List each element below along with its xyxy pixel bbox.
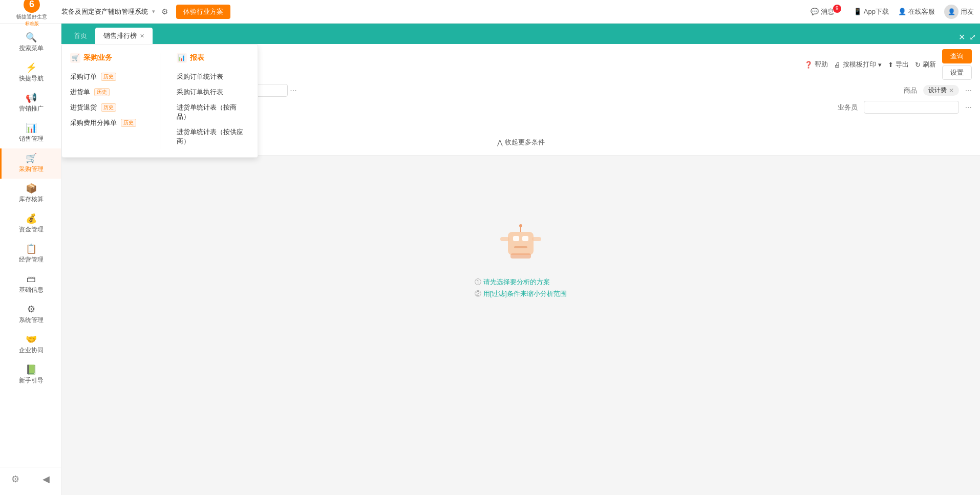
service-icon: 👤 <box>898 8 906 15</box>
logo-icon: 6 <box>24 0 40 13</box>
svg-rect-7 <box>500 237 509 241</box>
print-dropdown-icon[interactable]: ▾ <box>878 61 882 69</box>
sidebar-item-basic[interactable]: 🗃 基础信息 <box>0 269 61 299</box>
salesman-label: 业务员 <box>838 103 858 112</box>
salesman-input[interactable] <box>864 101 959 114</box>
refresh-btn[interactable]: ↻ 刷新 <box>915 60 936 69</box>
hist-badge-2: 历史 <box>101 103 116 112</box>
message-badge: 9 <box>833 5 841 13</box>
sidebar: 🔍 搜索菜单 ⚡ 快捷导航 📢 营销推广 📊 销售管理 🛒 采购管理 📦 库存核… <box>0 24 61 495</box>
print-btn[interactable]: 🖨 按模板打印 ▾ <box>834 60 882 69</box>
finance-icon: 💰 <box>26 214 37 223</box>
empty-svg <box>495 217 546 268</box>
dropdown-goods-return[interactable]: 进货退货 历史 <box>70 100 143 115</box>
corp-icon: 🤝 <box>26 335 37 344</box>
guide-icon: 📗 <box>26 365 37 374</box>
report-col-icon: 📊 <box>177 53 187 63</box>
dropdown-goods-in[interactable]: 进货单 历史 <box>70 84 143 100</box>
dropdown-goods-in-goods[interactable]: 进货单统计表（按商品） <box>177 100 250 124</box>
sidebar-item-system[interactable]: ⚙ 系统管理 <box>0 299 61 330</box>
sidebar-item-search[interactable]: 🔍 搜索菜单 <box>0 28 61 58</box>
empty-illustration <box>495 217 546 268</box>
empty-state: ① 请先选择要分析的方案 ② 用[过滤]条件来缩小分析范围 <box>61 156 980 360</box>
sidebar-item-nav[interactable]: ⚡ 快捷导航 <box>0 58 61 88</box>
logo-text: 畅捷通好生意 <box>16 13 47 20</box>
sidebar-item-purchase[interactable]: 🛒 采购管理 <box>0 148 61 179</box>
svg-rect-3 <box>514 246 527 248</box>
report-col: 📊 报表 采购订单统计表 采购订单执行表 进货单统计表（按商品） 进货单统计表（… <box>177 53 250 149</box>
main-content: 首页 销售排行榜 ✕ ✕ ⤢ ❓ 帮助 <box>61 24 980 495</box>
purchase-icon: 🛒 <box>26 154 37 163</box>
sidebar-item-operation[interactable]: 📋 经营管理 <box>0 239 61 269</box>
goods-tag: 设计费 ✕ <box>923 85 959 96</box>
export-icon: ⬆ <box>888 61 893 69</box>
topbar: 6 畅捷通好生意 标准版 装备及固定资产辅助管理系统 ▾ ⚙ 体验行业方案 💬 … <box>0 0 980 24</box>
sidebar-item-guide[interactable]: 📗 新手引导 <box>0 360 61 390</box>
system-icon: ⚙ <box>27 305 35 314</box>
topbar-right: 💬 消息 9 📱 App下载 👤 在线客服 👤 用友 <box>811 5 974 19</box>
topbar-settings-icon[interactable]: ⚙ <box>161 7 168 16</box>
operation-icon: 📋 <box>26 244 37 253</box>
sidebar-item-corp[interactable]: 🤝 企业协同 <box>0 330 61 360</box>
dropdown-purchase-order-exec[interactable]: 采购订单执行表 <box>177 84 250 100</box>
tab-sales-rank[interactable]: 销售排行榜 ✕ <box>95 28 153 44</box>
sales-icon: 📊 <box>26 123 37 133</box>
tab-home[interactable]: 首页 <box>66 28 95 44</box>
sidebar-item-sales[interactable]: 📊 销售管理 <box>0 118 61 148</box>
user-menu[interactable]: 👤 用友 <box>944 5 974 19</box>
goods-dots[interactable]: ··· <box>965 86 972 95</box>
refresh-icon: ↻ <box>915 61 921 69</box>
purchase-col-icon: 🛒 <box>70 53 80 63</box>
app-download-button[interactable]: 📱 App下载 <box>854 7 889 16</box>
tab-bar: 首页 销售排行榜 ✕ ✕ ⤢ <box>61 24 980 44</box>
svg-rect-2 <box>522 236 528 241</box>
sidebar-item-marketing[interactable]: 📢 营销推广 <box>0 88 61 118</box>
goods-label: 商品 <box>904 86 917 95</box>
help-btn[interactable]: ❓ 帮助 <box>804 60 828 69</box>
message-icon: 💬 <box>811 8 819 15</box>
dropdown-goods-in-supplier[interactable]: 进货单统计表（按供应商） <box>177 124 250 149</box>
basic-icon: 🗃 <box>27 274 36 284</box>
help-icon: ❓ <box>804 61 813 69</box>
message-button[interactable]: 💬 消息 9 <box>811 7 844 16</box>
sidebar-item-finance[interactable]: 💰 资金管理 <box>0 209 61 239</box>
salesman-dots[interactable]: ··· <box>965 103 972 112</box>
svg-rect-8 <box>532 237 541 241</box>
svg-point-5 <box>519 224 522 227</box>
inventory-icon: 📦 <box>26 184 37 193</box>
dropdown-purchase-order[interactable]: 采购订单 历史 <box>70 69 143 84</box>
dropdown-purchase-order-stat[interactable]: 采购订单统计表 <box>177 69 250 84</box>
print-icon: 🖨 <box>834 61 841 69</box>
sidebar-settings-btn[interactable]: ⚙ <box>9 471 22 487</box>
export-btn[interactable]: ⬆ 导出 <box>888 60 909 69</box>
industry-button[interactable]: 体验行业方案 <box>176 5 230 19</box>
purchase-col: 🛒 采购业务 采购订单 历史 进货单 历史 进货退货 历史 <box>70 53 143 149</box>
settings-button[interactable]: 设置 <box>942 66 972 80</box>
svg-rect-6 <box>510 253 531 259</box>
doc-status-dots[interactable]: ··· <box>290 86 296 95</box>
query-button[interactable]: 查询 <box>942 49 972 63</box>
user-avatar: 👤 <box>944 5 958 19</box>
dropdown-divider <box>160 53 160 149</box>
topbar-arrow[interactable]: ▾ <box>152 8 155 15</box>
hist-badge-1: 历史 <box>94 88 110 96</box>
hist-badge-3: 历史 <box>121 119 136 127</box>
topbar-center: 装备及固定资产辅助管理系统 ▾ ⚙ 体验行业方案 <box>57 5 811 19</box>
tab-expand-btn[interactable]: ⤢ <box>969 32 976 42</box>
tab-close-all-btn[interactable]: ✕ <box>958 32 965 42</box>
empty-text: ① 请先选择要分析的方案 ② 用[过滤]条件来缩小分析范围 <box>475 276 567 300</box>
layout: 🔍 搜索菜单 ⚡ 快捷导航 📢 营销推广 📊 销售管理 🛒 采购管理 📦 库存核… <box>0 24 980 495</box>
online-service-button[interactable]: 👤 在线客服 <box>898 7 935 16</box>
sidebar-bottom: ⚙ ◀ <box>0 467 61 491</box>
svg-rect-0 <box>508 232 534 255</box>
nav-icon: ⚡ <box>26 63 37 72</box>
content-area: ❓ 帮助 🖨 按模板打印 ▾ ⬆ 导出 ↻ 刷新 <box>61 44 980 495</box>
dropdown-purchase-expense[interactable]: 采购费用分摊单 历史 <box>70 115 143 131</box>
sidebar-collapse-btn[interactable]: ◀ <box>40 471 52 487</box>
goods-tag-remove[interactable]: ✕ <box>949 87 954 94</box>
report-col-title: 📊 报表 <box>177 53 250 63</box>
hist-badge-0: 历史 <box>101 73 116 81</box>
tab-bar-right: ✕ ⤢ <box>958 32 976 44</box>
tab-close-btn[interactable]: ✕ <box>140 33 144 39</box>
sidebar-item-inventory[interactable]: 📦 库存核算 <box>0 179 61 209</box>
